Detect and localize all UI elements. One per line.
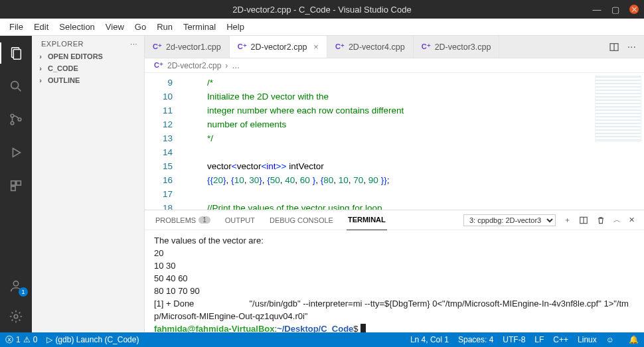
status-language[interactable]: C++ bbox=[553, 335, 568, 344]
run-debug-icon[interactable] bbox=[0, 141, 32, 165]
chevron-right-icon: › bbox=[225, 61, 228, 70]
more-actions-icon[interactable]: ··· bbox=[627, 41, 636, 53]
tab-debug-console[interactable]: DEBUG CONSOLE bbox=[268, 210, 335, 230]
svg-point-6 bbox=[18, 118, 21, 121]
close-icon[interactable]: ✕ bbox=[629, 5, 639, 14]
editor-tab[interactable]: C⁺2d-vector1.cpp bbox=[145, 36, 230, 58]
menu-bar: FileEditSelectionViewGoRunTerminalHelp bbox=[0, 19, 644, 36]
editor-tab[interactable]: C⁺2D-vector3.cpp bbox=[414, 36, 500, 58]
status-position[interactable]: Ln 4, Col 1 bbox=[410, 335, 449, 344]
minimize-icon[interactable]: — bbox=[592, 5, 602, 14]
status-errors[interactable]: ⓧ 1 ⚠ 0 bbox=[5, 334, 37, 346]
source-control-icon[interactable] bbox=[0, 107, 32, 131]
extensions-icon[interactable] bbox=[0, 174, 32, 198]
tab-label: 2D-vector2.cpp bbox=[251, 42, 307, 52]
chevron-right-icon: › bbox=[36, 52, 45, 60]
explorer-icon[interactable] bbox=[0, 41, 32, 65]
maximize-icon[interactable]: ▢ bbox=[611, 5, 620, 14]
svg-rect-9 bbox=[17, 181, 21, 185]
status-os[interactable]: Linux bbox=[578, 335, 597, 344]
code-content[interactable]: /* Initialize the 2D vector with the int… bbox=[182, 73, 644, 210]
problems-count: 1 bbox=[199, 216, 210, 224]
kill-terminal-icon[interactable] bbox=[596, 216, 605, 225]
window-titlebar: 2D-vector2.cpp - C_Code - Visual Studio … bbox=[0, 0, 644, 19]
close-tab-icon[interactable]: × bbox=[313, 42, 319, 52]
terminal-body[interactable]: The values of the vector are:2010 3050 4… bbox=[145, 230, 644, 332]
status-spaces[interactable]: Spaces: 4 bbox=[458, 335, 493, 344]
window-title: 2D-vector2.cpp - C_Code - Visual Studio … bbox=[232, 5, 411, 15]
close-panel-icon[interactable]: ✕ bbox=[629, 216, 635, 224]
terminal-selector[interactable]: 3: cppdbg: 2D-vector3 bbox=[463, 214, 556, 226]
menu-view[interactable]: View bbox=[100, 22, 129, 32]
line-gutter: 910111213141516171819 bbox=[145, 73, 182, 210]
settings-gear-icon[interactable] bbox=[0, 305, 32, 328]
search-icon[interactable] bbox=[0, 74, 32, 98]
menu-file[interactable]: File bbox=[4, 22, 29, 32]
menu-go[interactable]: Go bbox=[129, 22, 151, 32]
sidebar-section[interactable]: ›OUTLINE bbox=[32, 74, 144, 86]
svg-point-2 bbox=[11, 82, 19, 89]
tab-label: 2D-vector4.cpp bbox=[349, 42, 405, 52]
tab-problems[interactable]: PROBLEMS 1 bbox=[154, 210, 212, 230]
bottom-panel: PROBLEMS 1 OUTPUT DEBUG CONSOLE TERMINAL… bbox=[145, 210, 644, 332]
terminal-cursor bbox=[361, 324, 366, 332]
svg-marker-7 bbox=[13, 149, 20, 157]
svg-rect-8 bbox=[11, 181, 15, 185]
activity-bar: 1 bbox=[0, 36, 32, 332]
breadcrumb[interactable]: C⁺ 2D-vector2.cpp › … bbox=[145, 58, 644, 73]
menu-edit[interactable]: Edit bbox=[29, 22, 54, 32]
account-icon[interactable]: 1 bbox=[0, 274, 32, 298]
feedback-icon[interactable]: ☺ bbox=[606, 335, 614, 344]
sidebar-section[interactable]: ›C_CODE bbox=[32, 62, 144, 74]
svg-point-4 bbox=[11, 114, 14, 117]
cpp-file-icon: C⁺ bbox=[422, 42, 431, 51]
menu-help[interactable]: Help bbox=[221, 22, 250, 32]
new-terminal-icon[interactable]: ＋ bbox=[564, 215, 571, 225]
cpp-file-icon: C⁺ bbox=[153, 42, 162, 51]
status-encoding[interactable]: UTF-8 bbox=[503, 335, 525, 344]
cpp-file-icon: C⁺ bbox=[238, 42, 247, 51]
sidebar-title: EXPLORER bbox=[41, 40, 84, 48]
status-bar: ⓧ 1 ⚠ 0 ▷ (gdb) Launch (C_Code) Ln 4, Co… bbox=[0, 332, 644, 347]
chevron-right-icon: › bbox=[36, 76, 45, 84]
status-eol[interactable]: LF bbox=[534, 335, 544, 344]
svg-rect-10 bbox=[11, 186, 15, 190]
breadcrumb-file: 2D-vector2.cpp bbox=[167, 61, 221, 70]
split-terminal-icon[interactable] bbox=[579, 216, 588, 225]
notifications-icon[interactable]: 🔔 bbox=[629, 335, 639, 344]
sidebar-more-icon[interactable]: ··· bbox=[130, 40, 137, 48]
status-launch[interactable]: ▷ (gdb) Launch (C_Code) bbox=[46, 335, 139, 344]
tab-label: 2d-vector1.cpp bbox=[166, 42, 221, 52]
menu-selection[interactable]: Selection bbox=[54, 22, 100, 32]
svg-point-5 bbox=[11, 121, 14, 125]
editor-tabs: C⁺2d-vector1.cppC⁺2D-vector2.cpp×C⁺2D-ve… bbox=[145, 36, 644, 58]
minimap[interactable] bbox=[595, 76, 641, 142]
svg-rect-1 bbox=[13, 50, 21, 60]
editor-tab[interactable]: C⁺2D-vector4.cpp bbox=[327, 36, 414, 58]
file-icon: C⁺ bbox=[154, 61, 163, 70]
split-editor-icon[interactable] bbox=[609, 42, 619, 52]
sidebar-section[interactable]: ›OPEN EDITORS bbox=[32, 50, 144, 62]
svg-line-3 bbox=[18, 88, 21, 92]
editor-tab[interactable]: C⁺2D-vector2.cpp× bbox=[230, 36, 327, 58]
cpp-file-icon: C⁺ bbox=[335, 42, 345, 51]
maximize-panel-icon[interactable]: ︿ bbox=[613, 215, 621, 225]
account-badge: 1 bbox=[19, 287, 28, 297]
explorer-sidebar: EXPLORER ··· ›OPEN EDITORS›C_CODE›OUTLIN… bbox=[32, 36, 145, 332]
code-editor[interactable]: 910111213141516171819 /* Initialize the … bbox=[145, 73, 644, 210]
chevron-right-icon: › bbox=[36, 64, 45, 72]
tab-label: 2D-vector3.cpp bbox=[435, 42, 491, 52]
menu-run[interactable]: Run bbox=[151, 22, 178, 32]
svg-point-11 bbox=[13, 281, 18, 286]
svg-point-12 bbox=[14, 314, 18, 318]
breadcrumb-tail: … bbox=[232, 61, 240, 70]
tab-output[interactable]: OUTPUT bbox=[224, 210, 256, 230]
tab-terminal[interactable]: TERMINAL bbox=[347, 210, 387, 230]
menu-terminal[interactable]: Terminal bbox=[178, 22, 221, 32]
